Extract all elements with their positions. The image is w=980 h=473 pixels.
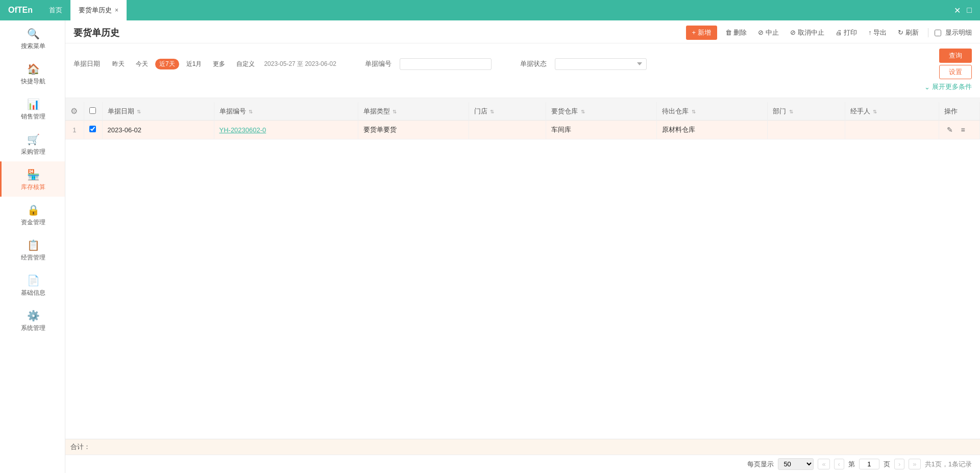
top-bar: OfTEn 首页 要货单历史 × ✕ □ (0, 0, 980, 20)
new-button[interactable]: + 新增 (686, 26, 717, 40)
date-option-more[interactable]: 更多 (209, 59, 229, 69)
tab-home[interactable]: 首页 (41, 0, 70, 20)
sidebar-item-inventory-check-label: 库存核算 (21, 183, 45, 192)
tab-home-label: 首页 (49, 6, 62, 15)
bill-type-cell: 要货单要货 (358, 121, 469, 139)
sort-bill-type-icon[interactable]: ⇅ (393, 109, 397, 114)
page-number-input[interactable] (859, 459, 879, 469)
date-option-last1month[interactable]: 近1月 (182, 59, 206, 69)
select-all-checkbox[interactable] (89, 107, 96, 114)
bill-status-select[interactable] (555, 58, 647, 70)
pending-warehouse-cell: 原材料仓库 (657, 121, 768, 139)
handler-cell (845, 121, 939, 139)
col-bill-type[interactable]: 单据类型 ⇅ (358, 102, 469, 121)
export-button[interactable]: ↑ 导出 (865, 27, 890, 39)
bill-no-input[interactable] (400, 58, 492, 70)
table-row: 1 2023-06-02 YH-20230602-0 要货单要货 车间库 原材料… (65, 121, 980, 139)
sidebar-item-inventory-check[interactable]: 🏪 库存核算 (0, 161, 65, 197)
bill-no-cell: YH-20230602-0 (214, 121, 358, 139)
tab-requisition-history[interactable]: 要货单历史 × (70, 0, 127, 20)
date-filter-label: 单据日期 (74, 59, 100, 68)
display-detail-button[interactable]: 显示明细 (935, 28, 972, 37)
sort-bill-no-icon[interactable]: ⇅ (249, 109, 253, 114)
toolbar-divider (928, 28, 928, 37)
query-button[interactable]: 查询 (939, 49, 972, 63)
more-ops-icon[interactable]: ≡ (958, 124, 969, 135)
expand-more-button[interactable]: ⌄ 展开更多条件 (924, 82, 972, 91)
search-menu-icon: 🔍 (27, 28, 40, 40)
sales-mgmt-icon: 📊 (27, 98, 40, 110)
sort-bill-date-icon[interactable]: ⇅ (137, 109, 141, 114)
page-title: 要货单历史 (74, 27, 119, 39)
col-req-warehouse[interactable]: 要货仓库 ⇅ (546, 102, 657, 121)
sort-store-icon[interactable]: ⇅ (490, 109, 494, 114)
row-checkbox[interactable] (89, 126, 96, 132)
display-detail-checkbox[interactable] (935, 30, 941, 36)
window-close-icon[interactable]: ✕ (954, 6, 961, 15)
col-store[interactable]: 门店 ⇅ (469, 102, 546, 121)
window-maximize-icon[interactable]: □ (967, 6, 972, 15)
table-settings-icon[interactable]: ⚙ (70, 107, 78, 115)
chevron-down-icon: ⌄ (924, 83, 930, 91)
sidebar-item-sales-mgmt[interactable]: 📊 销售管理 (0, 91, 65, 126)
sidebar-item-basic-info[interactable]: 📄 基础信息 (0, 267, 65, 302)
date-option-today[interactable]: 今天 (132, 59, 152, 69)
col-pending-warehouse[interactable]: 待出仓库 ⇅ (657, 102, 768, 121)
sidebar-item-sys-mgmt-label: 系统管理 (21, 324, 45, 333)
sort-req-warehouse-icon[interactable]: ⇅ (581, 109, 585, 114)
sidebar-item-purchase-mgmt[interactable]: 🛒 采购管理 (0, 126, 65, 161)
col-handler-label: 经手人 (850, 107, 870, 115)
basic-info-icon: 📄 (27, 274, 40, 287)
refresh-button[interactable]: ↻ 刷新 (895, 27, 922, 39)
sort-handler-icon[interactable]: ⇅ (873, 109, 877, 114)
top-bar-right: ✕ □ (954, 6, 980, 15)
date-option-yesterday[interactable]: 昨天 (108, 59, 129, 69)
col-dept[interactable]: 部门 ⇅ (767, 102, 845, 121)
table-header-row: ⚙ 单据日期 ⇅ 单据编号 ⇅ (65, 102, 980, 121)
bill-status-label: 单据状态 (520, 59, 547, 68)
req-warehouse-cell: 车间库 (546, 121, 657, 139)
sidebar-item-finance-mgmt[interactable]: 🔒 资金管理 (0, 197, 65, 232)
last-page-button[interactable]: » (909, 459, 920, 469)
finance-mgmt-icon: 🔒 (27, 204, 40, 216)
sidebar-item-purchase-mgmt-label: 采购管理 (21, 148, 45, 156)
cancel-stop-button[interactable]: ⊘ 取消中止 (787, 27, 827, 39)
per-page-select[interactable]: 50 20 100 200 (778, 458, 814, 470)
dept-cell (767, 121, 845, 139)
purchase-mgmt-icon: 🛒 (27, 133, 40, 146)
sort-dept-icon[interactable]: ⇅ (789, 109, 793, 114)
tab-close-icon[interactable]: × (115, 7, 118, 14)
page-prefix-label: 第 (848, 460, 855, 469)
page-header: 要货单历史 + 新增 🗑 删除 ⊘ 中止 ⊘ 取消中止 🖨 打印 ↑ 导出 ↻ … (65, 20, 980, 43)
edit-icon[interactable]: ✎ (944, 124, 955, 135)
col-store-label: 门店 (474, 107, 487, 115)
date-option-last7days[interactable]: 近7天 (155, 59, 179, 69)
col-handler[interactable]: 经手人 ⇅ (845, 102, 939, 121)
date-options: 昨天 今天 近7天 近1月 更多 自定义 2023-05-27 至 2023-0… (108, 59, 336, 69)
date-option-custom[interactable]: 自定义 (232, 59, 259, 69)
date-range-text: 2023-05-27 至 2023-06-02 (264, 60, 336, 68)
next-page-button[interactable]: › (894, 459, 904, 469)
col-operation: 操作 (939, 102, 980, 121)
col-bill-date[interactable]: 单据日期 ⇅ (102, 102, 214, 121)
settings-button[interactable]: 设置 (939, 65, 972, 79)
pagination-bar: 每页显示 50 20 100 200 « ‹ 第 页 › » 共1页，1条记录 (65, 455, 980, 473)
col-dept-label: 部门 (773, 107, 786, 115)
sidebar-item-ops-mgmt[interactable]: 📋 经营管理 (0, 232, 65, 267)
print-button[interactable]: 🖨 打印 (832, 27, 861, 39)
prev-page-button[interactable]: ‹ (834, 459, 844, 469)
table-footer: 合计： (65, 439, 980, 455)
sidebar-item-sys-mgmt[interactable]: ⚙️ 系统管理 (0, 302, 65, 338)
sidebar-item-ops-mgmt-label: 经营管理 (21, 253, 45, 262)
row-checkbox-cell (84, 121, 102, 139)
col-bill-no[interactable]: 单据编号 ⇅ (214, 102, 358, 121)
sidebar-item-search-menu[interactable]: 🔍 搜索菜单 (0, 20, 65, 56)
sort-pending-warehouse-icon[interactable]: ⇅ (692, 109, 696, 114)
stop-button[interactable]: ⊘ 中止 (755, 27, 782, 39)
bill-no-label: 单据编号 (365, 59, 391, 68)
delete-button[interactable]: 🗑 删除 (722, 27, 750, 39)
sidebar-item-quick-nav[interactable]: 🏠 快捷导航 (0, 56, 65, 91)
sidebar: 🔍 搜索菜单 🏠 快捷导航 📊 销售管理 🛒 采购管理 🏪 库存核算 🔒 资金管… (0, 20, 65, 473)
first-page-button[interactable]: « (818, 459, 829, 469)
bill-no-link[interactable]: YH-20230602-0 (219, 126, 266, 134)
